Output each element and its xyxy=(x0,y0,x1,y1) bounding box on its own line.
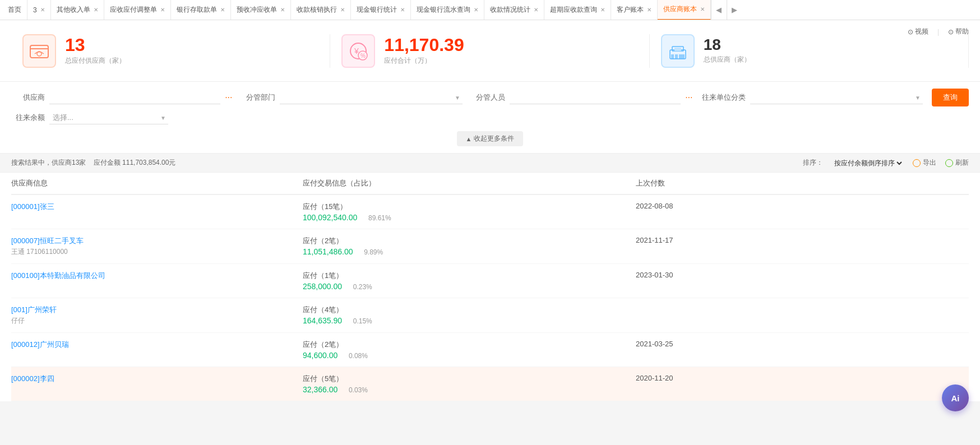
nav-tab-bank-deposit[interactable]: 银行存取款单 ✕ xyxy=(171,0,231,20)
nav-tab-customer-ledger-close[interactable]: ✕ xyxy=(647,7,651,13)
svg-rect-12 xyxy=(682,54,685,59)
nav-tab-cash-bank-stat-close[interactable]: ✕ xyxy=(400,7,405,13)
nav-tab-receipt-verify-label: 收款核销执行 xyxy=(297,5,337,15)
last-pay-4: 2021-03-25 xyxy=(636,340,969,348)
refresh-label: 刷新 xyxy=(955,158,969,168)
result-right-actions: 排序： 按应付余额倒序排序 导出 刷新 xyxy=(803,158,969,168)
sort-select[interactable]: 按应付余额倒序排序 xyxy=(832,159,904,168)
nav-arrow-right[interactable]: ▶ xyxy=(727,0,742,20)
nav-tab-advance-receive[interactable]: 预收冲应收单 ✕ xyxy=(231,0,291,20)
supplier-info-1: [000007]恒旺二手叉车 王通 17106110000 xyxy=(11,236,303,257)
tx-info-2: 应付（1笔） 258,000.00 0.23% xyxy=(303,271,636,291)
tx-amount-0[interactable]: 100,092,540.00 xyxy=(303,213,357,222)
balance-filter-select[interactable]: 选择... xyxy=(49,111,168,124)
tx-percent-3: 0.15% xyxy=(353,317,372,325)
nav-tab-overdue-query-close[interactable]: ✕ xyxy=(600,7,605,13)
nav-tab-cash-flow-query[interactable]: 现金银行流水查询 ✕ xyxy=(411,0,484,20)
video-link[interactable]: ⊙ 视频 xyxy=(908,27,928,36)
nav-tab-other-income-label: 其他收入单 xyxy=(57,5,90,15)
supplier-info-2: [000100]本特勤油品有限公司 xyxy=(11,271,303,282)
collapse-more-filters-button[interactable]: ▲ 收起更多条件 xyxy=(457,131,524,146)
stat-payable-amount: ¥ % 11,170.39 应付合计（万） xyxy=(330,34,649,68)
tx-percent-2: 0.23% xyxy=(353,283,372,291)
nav-tab-cash-flow-query-close[interactable]: ✕ xyxy=(474,7,478,13)
tx-percent-1: 9.89% xyxy=(364,248,383,256)
person-filter-input[interactable] xyxy=(510,91,681,104)
tx-info-3: 应付（4笔） 164,635.90 0.15% xyxy=(303,305,636,325)
supplier-filter-dots[interactable]: ··· xyxy=(225,92,232,103)
filter-person: 分管人员 ··· xyxy=(471,91,693,104)
person-filter-dots[interactable]: ··· xyxy=(685,92,692,103)
nav-tab-ar-ap-adjust[interactable]: 应收应付调整单 ✕ xyxy=(104,0,171,20)
dept-filter-input[interactable] xyxy=(280,91,463,104)
nav-tab-other-income-close[interactable]: ✕ xyxy=(94,7,98,13)
payable-amount-icon: ¥ % xyxy=(341,34,375,68)
nav-tab-receipt-verify[interactable]: 收款核销执行 ✕ xyxy=(291,0,351,20)
filter-dept: 分管部门 ▼ xyxy=(242,91,463,104)
nav-tab-advance-receive-close[interactable]: ✕ xyxy=(280,7,285,13)
total-suppliers-number: 18 xyxy=(704,37,751,53)
nav-tab-collection-stat-close[interactable]: ✕ xyxy=(534,7,538,13)
supplier-link-1[interactable]: [000007]恒旺二手叉车 xyxy=(11,236,303,246)
nav-tab-ar-ap-adjust-close[interactable]: ✕ xyxy=(160,7,165,13)
last-pay-5: 2020-11-20 xyxy=(636,374,969,382)
last-pay-2: 2023-01-30 xyxy=(636,271,969,279)
nav-tab-cash-bank-stat[interactable]: 现金银行统计 ✕ xyxy=(351,0,411,20)
tx-percent-0: 89.61% xyxy=(368,214,391,222)
tx-info-4: 应付（2笔） 94,600.00 0.08% xyxy=(303,340,636,360)
query-button[interactable]: 查询 xyxy=(932,89,969,106)
svg-rect-11 xyxy=(679,54,682,59)
tx-amount-5[interactable]: 32,366.00 xyxy=(303,385,338,394)
help-label: 帮助 xyxy=(955,27,969,36)
supplier-link-2[interactable]: [000100]本特勤油品有限公司 xyxy=(11,271,303,281)
export-button[interactable]: 导出 xyxy=(913,158,936,168)
ai-button-label: Ai xyxy=(951,393,960,402)
nav-tab-3[interactable]: 3 ✕ xyxy=(27,0,51,20)
help-link[interactable]: ⊙ 帮助 xyxy=(948,27,969,36)
dept-filter-label: 分管部门 xyxy=(242,92,275,103)
nav-tab-3-close[interactable]: ✕ xyxy=(40,7,45,13)
nav-tab-overdue-query-label: 超期应收款查询 xyxy=(550,5,597,15)
nav-tab-3-label: 3 xyxy=(33,6,37,14)
collapse-up-icon: ▲ xyxy=(466,136,472,142)
tx-info-1: 应付（2笔） 11,051,486.00 9.89% xyxy=(303,236,636,256)
nav-tab-overdue-query[interactable]: 超期应收款查询 ✕ xyxy=(544,0,611,20)
result-text1: 搜索结果中，供应商13家 xyxy=(11,159,86,166)
nav-tab-supplier-ledger-close[interactable]: ✕ xyxy=(700,6,705,12)
nav-tab-supplier-ledger[interactable]: 供应商账本 ✕ xyxy=(658,0,711,20)
last-pay-1: 2021-11-17 xyxy=(636,236,969,244)
tx-percent-4: 0.08% xyxy=(349,352,368,360)
table-header-tx: 应付交易信息（占比） xyxy=(303,178,636,188)
tx-amount-4[interactable]: 94,600.00 xyxy=(303,351,338,360)
supplier-sub-1: 王通 17106110000 xyxy=(11,248,68,256)
tx-amount-2[interactable]: 258,000.00 xyxy=(303,282,342,291)
tx-info-0: 应付（15笔） 100,092,540.00 89.61% xyxy=(303,202,636,222)
svg-text:%: % xyxy=(360,53,366,59)
nav-arrow-left[interactable]: ◀ xyxy=(711,0,727,20)
nav-tab-bank-deposit-close[interactable]: ✕ xyxy=(220,7,225,13)
total-suppliers-icon xyxy=(661,34,695,68)
nav-tab-other-income[interactable]: 其他收入单 ✕ xyxy=(51,0,104,20)
nav-tab-home[interactable]: 首页 xyxy=(2,0,27,20)
sort-label: 排序： xyxy=(803,158,823,168)
refresh-button[interactable]: 刷新 xyxy=(945,158,969,168)
last-pay-0: 2022-08-08 xyxy=(636,202,969,210)
nav-tab-receipt-verify-close[interactable]: ✕ xyxy=(340,7,345,13)
tx-percent-5: 0.03% xyxy=(349,386,368,394)
payable-suppliers-number: 13 xyxy=(65,36,126,54)
table-row: [000012]广州贝瑞 应付（2笔） 94,600.00 0.08% 2021… xyxy=(11,333,969,367)
nav-tab-cash-bank-stat-label: 现金银行统计 xyxy=(357,5,397,15)
filter-area: 供应商 ··· 分管部门 ▼ 分管人员 ··· 往来单位分类 ▼ 查询 xyxy=(0,82,980,154)
nav-tab-collection-stat[interactable]: 收款情况统计 ✕ xyxy=(484,0,544,20)
supplier-link-4[interactable]: [000012]广州贝瑞 xyxy=(11,340,303,350)
nav-tab-customer-ledger[interactable]: 客户账本 ✕ xyxy=(611,0,658,20)
supplier-link-0[interactable]: [000001]张三 xyxy=(11,202,303,212)
tx-amount-3[interactable]: 164,635.90 xyxy=(303,316,342,325)
category-filter-input[interactable] xyxy=(750,91,923,104)
tx-label-2: 应付（1笔） xyxy=(303,271,636,281)
supplier-link-3[interactable]: [001]广州荣轩 xyxy=(11,305,303,315)
supplier-filter-input[interactable] xyxy=(49,91,220,104)
payable-suppliers-label: 总应付供应商（家） xyxy=(65,56,126,66)
tx-amount-1[interactable]: 11,051,486.00 xyxy=(303,247,353,256)
supplier-link-5[interactable]: [000002]李四 xyxy=(11,374,303,384)
